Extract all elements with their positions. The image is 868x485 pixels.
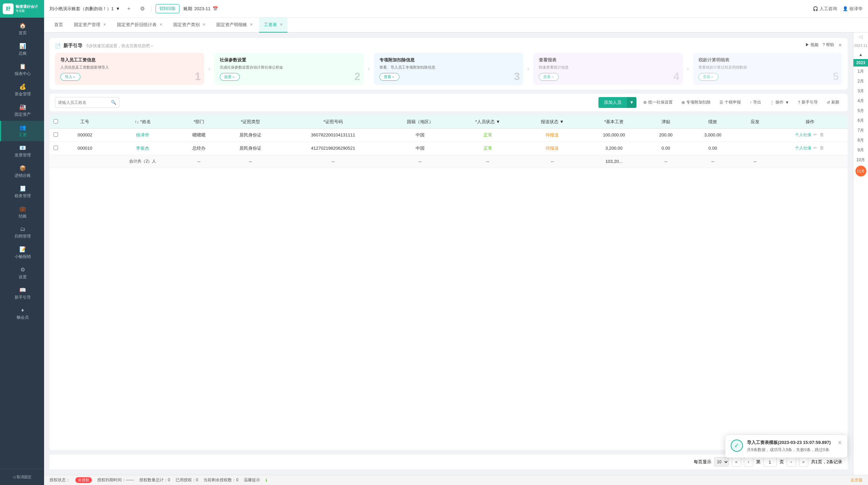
row2-checkbox-cell[interactable]	[50, 142, 62, 155]
sidebar-item-guide[interactable]: 📖 新手引导	[0, 283, 44, 304]
sidebar-item-vip[interactable]: ♦ 畅会员	[0, 304, 44, 324]
date-month-8[interactable]: 8月	[853, 135, 868, 145]
sidebar-item-tax[interactable]: 🧾 税务管理	[0, 182, 44, 202]
sidebar-item-inventory[interactable]: 📦 进销台账	[0, 162, 44, 182]
date-month-9[interactable]: 9月	[853, 145, 868, 155]
date-month-10[interactable]: 10月	[853, 155, 868, 165]
guide-video-link[interactable]: ▶ 视频	[805, 42, 818, 48]
sidebar-item-closing[interactable]: 💼 结账	[0, 202, 44, 223]
sidebar-item-home[interactable]: 🏠 首页	[0, 19, 44, 39]
sidebar-item-assets[interactable]: 🏭 固定资产	[0, 100, 44, 121]
row2-name[interactable]: 李俊杰	[108, 142, 178, 155]
ai-consult-button[interactable]: 🎧 人工咨询	[813, 6, 837, 12]
search-icon[interactable]: 🔍	[111, 100, 116, 105]
tab-depreciation-close[interactable]: ✕	[159, 22, 162, 27]
operations-btn[interactable]: ⋮ 操作 ▼	[767, 98, 792, 107]
date-panel-scroll-up[interactable]: ▲	[853, 50, 868, 59]
sidebar-item-expense[interactable]: 📝 小畅报销	[0, 243, 44, 263]
sidebar-item-invoice[interactable]: 📧 发票管理	[0, 141, 44, 162]
row1-checkbox-cell[interactable]	[50, 128, 62, 142]
account-selector[interactable]: 刘小艳演示账套（勿删勿动！）1 ▼	[50, 6, 120, 12]
export-btn[interactable]: ↑ 导出	[747, 98, 764, 107]
tab-payroll[interactable]: 工资表 ✕	[259, 18, 288, 33]
date-month-6[interactable]: 6月	[853, 116, 868, 126]
tab-fixed-assets-close[interactable]: ✕	[103, 22, 106, 27]
calendar-icon: 📅	[213, 6, 218, 11]
refresh-btn[interactable]: ↺ 刷新	[824, 98, 842, 107]
date-month-7[interactable]: 7月	[853, 126, 868, 135]
tab-asset-detail-close[interactable]: ✕	[250, 22, 253, 27]
date-month-4[interactable]: 4月	[853, 96, 868, 106]
per-page-select[interactable]: 10 20 50	[714, 457, 729, 467]
guide-close-button[interactable]: ✕	[838, 42, 842, 48]
guide-step-3-button[interactable]: 查看＞	[379, 73, 399, 81]
unpin-button[interactable]: ◁ 取消固定	[1, 472, 43, 482]
page-input[interactable]	[763, 457, 777, 467]
date-month-11[interactable]: 11月	[855, 166, 866, 176]
date-month-3[interactable]: 3月	[853, 86, 868, 96]
prev-page-button[interactable]: ‹	[744, 457, 753, 467]
last-page-button[interactable]: »	[799, 457, 808, 467]
add-account-button[interactable]: ＋	[124, 4, 134, 14]
row1-checkbox[interactable]	[54, 132, 58, 137]
date-expand-icon[interactable]: ◁	[857, 33, 864, 41]
tab-fixed-assets[interactable]: 固定资产管理 ✕	[69, 18, 111, 33]
tab-payroll-close[interactable]: ✕	[280, 22, 283, 27]
guide-step-1-desc: 人员信息及工资数据新增导入	[60, 64, 199, 70]
user-profile[interactable]: 👤 徐泽华	[843, 6, 863, 12]
row1-basic-salary: 100,000.00	[584, 128, 644, 142]
guide-step-1-button[interactable]: 导入＞	[60, 73, 80, 81]
row1-id-no: 360782200104131111	[281, 128, 386, 142]
guide-step-4-button[interactable]: 查看＞	[539, 73, 559, 81]
select-all-checkbox[interactable]	[54, 119, 58, 124]
guide-arrow-4: ›	[683, 65, 693, 72]
row2-checkbox[interactable]	[54, 146, 58, 150]
sidebar-item-funds[interactable]: 💰 资金管理	[0, 80, 44, 100]
row1-edit-icon[interactable]: ✏	[813, 132, 817, 137]
add-person-dropdown[interactable]: ▼	[627, 97, 637, 108]
sidebar-item-reports[interactable]: 📋 报表中心	[0, 60, 44, 80]
special-deduction-btn[interactable]: ⊕ 专项附加扣除	[679, 98, 713, 107]
row2-delete-icon[interactable]: 🗑	[820, 145, 824, 150]
search-input[interactable]	[58, 100, 109, 105]
date-month-1[interactable]: 1月	[853, 67, 868, 76]
col-name[interactable]: ↑↓ *姓名	[108, 115, 178, 129]
tax-filing-btn[interactable]: ☰ 个税申报	[717, 98, 744, 107]
recharge-link[interactable]: 去充值	[850, 477, 863, 483]
toast-success-icon: ✓	[731, 440, 743, 452]
sidebar-item-payroll[interactable]: 👥 工资	[0, 121, 44, 141]
tab-home[interactable]: 首页	[50, 18, 68, 33]
guide-help-link[interactable]: ? 帮助	[823, 42, 834, 48]
col-status[interactable]: *人员状态 ▼	[455, 115, 521, 129]
tab-asset-category-close[interactable]: ✕	[202, 22, 205, 27]
row1-delete-icon[interactable]: 🗑	[820, 132, 824, 137]
guide-step-5-button[interactable]: 查看＞	[698, 73, 718, 81]
tab-home-label: 首页	[54, 22, 63, 28]
row1-social-insurance-link[interactable]: 个人社保	[795, 132, 811, 137]
video-icon: ▶	[805, 42, 809, 47]
col-report-status[interactable]: 报送状态 ▼	[521, 115, 584, 129]
next-page-button[interactable]: ›	[787, 457, 796, 467]
row1-name[interactable]: 徐泽华	[108, 128, 178, 142]
tab-depreciation[interactable]: 固定资产折旧统计表 ✕	[112, 18, 167, 33]
sidebar-item-settings[interactable]: ⚙ 设置	[0, 263, 44, 283]
tab-asset-category[interactable]: 固定资产类别 ✕	[169, 18, 210, 33]
select-all-header[interactable]	[50, 115, 62, 129]
toast-close-button[interactable]: ✕	[837, 440, 842, 446]
first-page-button[interactable]: «	[732, 457, 741, 467]
row2-social-insurance-link[interactable]: 个人社保	[795, 146, 811, 150]
sidebar-item-archive[interactable]: 🗂 归档管理	[0, 223, 44, 243]
date-year-badge[interactable]: 2023	[853, 59, 868, 67]
date-month-2[interactable]: 2月	[853, 76, 868, 86]
tab-asset-detail[interactable]: 固定资产明细账 ✕	[212, 18, 258, 33]
add-person-button[interactable]: 添加人员	[598, 97, 627, 108]
settings-button[interactable]: ⚙	[138, 4, 147, 14]
sidebar-item-ledger[interactable]: 📊 总账	[0, 39, 44, 60]
date-month-5[interactable]: 5月	[853, 106, 868, 116]
period-selector[interactable]: 账期 2023-11 📅	[183, 6, 218, 12]
social-insurance-btn[interactable]: ⚙ 统一社保设置	[640, 98, 675, 107]
switch-version-button[interactable]: 切到旧版	[156, 4, 179, 13]
row2-edit-icon[interactable]: ✏	[813, 145, 817, 150]
guide-step-2-button[interactable]: 设置＞	[220, 73, 240, 81]
guide-btn[interactable]: ? 新手引导	[795, 98, 821, 107]
